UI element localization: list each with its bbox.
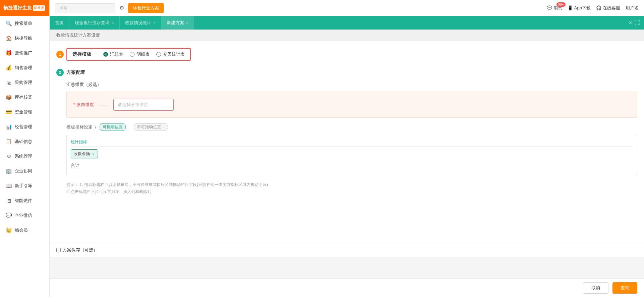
close-window-icon[interactable]: ×	[629, 20, 632, 26]
dimension-row: * 纵向维度 —— 请选择分组维度	[73, 99, 630, 111]
window-controls: ×⛶	[625, 16, 644, 30]
nav-icon-inventory: 📦	[5, 94, 12, 101]
nav-label-finance: 资金管理	[15, 109, 32, 115]
tab-close-new-plan[interactable]: ×	[186, 20, 189, 25]
sidebar-item-member[interactable]: 👑畅会员	[0, 223, 49, 238]
service-label: 在线客服	[603, 5, 620, 11]
sidebar-item-wechat[interactable]: 💬企业微信	[0, 208, 49, 223]
maximize-window-icon[interactable]: ⛶	[635, 20, 640, 26]
radio-detail[interactable]	[130, 52, 135, 57]
nav-icon-search-menu: 🔍	[5, 20, 12, 27]
step2-section: 2 方案配置 汇总维度（必选） * 纵向维度 —— 请选择分组维度	[56, 69, 637, 195]
page-footer: 方案保存（可选）	[50, 243, 644, 257]
nav-icon-basic-info: 📋	[5, 138, 12, 145]
cancel-button[interactable]: 取消	[583, 282, 608, 294]
dimension-box: * 纵向维度 —— 请选择分组维度	[66, 92, 637, 118]
tab-label-bank-flow: 现金银行流水查询	[75, 20, 110, 26]
action-bar: 取消 查询	[50, 279, 644, 297]
template-detail[interactable]: 明细表	[130, 51, 150, 57]
stats-label: 统计指标	[71, 139, 633, 147]
tab-bank-flow[interactable]: 现金银行流水查询×	[69, 16, 120, 30]
message-icon: 💬	[547, 5, 552, 10]
sidebar-item-operation[interactable]: 📊经营管理	[0, 119, 49, 134]
summary-label: 汇总表	[110, 51, 123, 57]
draggable-badge: 可拖动位置	[100, 123, 126, 131]
download-label: App下载	[574, 5, 591, 11]
sidebar-item-sales[interactable]: 💰销售管理	[0, 60, 49, 75]
radio-cross[interactable]	[156, 52, 161, 57]
tab-label-new-plan: 新建方案	[167, 20, 184, 26]
user-name: 用户名	[626, 5, 639, 11]
message-badge: 99+	[556, 2, 566, 7]
query-button[interactable]: 查询	[612, 282, 637, 294]
sidebar-item-hardware[interactable]: 🖥智能硬件	[0, 193, 49, 208]
vertical-dim-label: * 纵向维度	[73, 102, 94, 108]
metrics-area: 统计指标 收款金额 ∨ 合计	[66, 135, 637, 175]
logo-badge: 标准版	[33, 5, 45, 11]
hint-text: 提示： 1. 拖动标题栏可以调整布局，不可跨维度或指标区域拖动栏目字段(只能在同…	[66, 182, 637, 195]
nav-icon-guide: 📖	[5, 183, 12, 189]
sidebar-item-inventory[interactable]: 📦库存核算	[0, 90, 49, 105]
nav-label-marketing: 营销推广	[15, 50, 32, 56]
tab-close-bank-flow[interactable]: ×	[112, 20, 114, 25]
nav-label-operation: 经营管理	[15, 124, 32, 130]
nav-icon-finance: 💳	[5, 109, 12, 115]
nav-icon-hardware: 🖥	[5, 197, 12, 204]
online-service-btn[interactable]: 🎧 在线客服	[596, 5, 620, 11]
step2-badge: 2	[56, 69, 64, 76]
logo-text: 畅捷通好生意	[3, 5, 32, 11]
tab-home[interactable]: 首页	[50, 16, 69, 30]
detail-label: 明细表	[137, 51, 150, 57]
nav-label-purchase: 采购管理	[15, 80, 32, 86]
user-info[interactable]: 用户名	[626, 5, 639, 11]
nav-icon-purchase: 🛍	[5, 79, 12, 86]
sidebar: 畅捷通好生意 标准版 🔍搜索菜单🏠快捷导航🎁营销推广💰销售管理🛍采购管理📦库存核…	[0, 0, 50, 297]
tab-close-collection-stats[interactable]: ×	[153, 20, 156, 25]
sidebar-item-finance[interactable]: 💳资金管理	[0, 105, 49, 119]
dimension-arrow: ——	[99, 102, 108, 107]
nav-label-quick-nav: 快捷导航	[15, 35, 32, 41]
tab-collection-stats[interactable]: 收款情况统计×	[120, 16, 161, 30]
nav-icon-system: ⚙	[5, 153, 12, 160]
sidebar-item-purchase[interactable]: 🛍采购管理	[0, 75, 49, 90]
save-checkbox-input[interactable]	[56, 248, 61, 252]
sidebar-item-enterprise[interactable]: 🏢企业协同	[0, 164, 49, 179]
nav-label-sales: 销售管理	[15, 65, 32, 71]
sidebar-item-marketing[interactable]: 🎁营销推广	[0, 46, 49, 60]
tab-label-collection-stats: 收款情况统计	[125, 20, 151, 26]
metric-tag-label: 收款金额	[74, 151, 90, 157]
step1-header: 1 选择模板 汇总表 明细表 交叉统计表	[56, 48, 637, 61]
template-cross[interactable]: 交叉统计表	[156, 51, 185, 57]
settings-icon[interactable]: ⚙	[119, 5, 124, 11]
sidebar-item-system[interactable]: ⚙系统管理	[0, 149, 49, 164]
sidebar-item-basic-info[interactable]: 📋基础信息	[0, 134, 49, 149]
sidebar-item-search-menu[interactable]: 🔍搜索菜单	[0, 16, 49, 31]
tab-bar: 首页现金银行流水查询×收款情况统计×新建方案××⛶	[50, 16, 644, 30]
metric-dropdown-arrow[interactable]: ∨	[92, 152, 95, 156]
nav-icon-quick-nav: 🏠	[5, 35, 12, 42]
sidebar-item-quick-nav[interactable]: 🏠快捷导航	[0, 31, 49, 46]
industry-btn[interactable]: 体验行业方案	[128, 3, 164, 13]
nav-label-search-menu: 搜索菜单	[15, 20, 32, 27]
dimension-select[interactable]: 请选择分组维度	[113, 99, 174, 111]
page-body: 1 选择模板 汇总表 明细表 交叉统计表	[50, 41, 644, 243]
metric-total: 合计	[71, 161, 633, 170]
dimension-section-label: 汇总维度（必选）	[66, 82, 637, 88]
nav-label-inventory: 库存核算	[15, 94, 32, 100]
sidebar-item-guide[interactable]: 📖新手引导	[0, 179, 49, 193]
template-summary[interactable]: 汇总表	[103, 51, 123, 57]
main-area: 搜索 ⚙ 体验行业方案 💬 消息 99+ 📱 App下载 🎧 在线客服 用户名 …	[50, 0, 644, 297]
tab-new-plan[interactable]: 新建方案×	[161, 16, 194, 30]
app-download-btn[interactable]: 📱 App下载	[568, 5, 591, 11]
radio-summary[interactable]	[103, 52, 108, 57]
nav-label-enterprise: 企业协同	[15, 168, 32, 174]
metrics-header: 模板指标设定（ 可拖动位置 不可拖动位置）	[66, 123, 637, 131]
sidebar-nav: 🔍搜索菜单🏠快捷导航🎁营销推广💰销售管理🛍采购管理📦库存核算💳资金管理📊经营管理…	[0, 16, 49, 297]
message-btn[interactable]: 💬 消息 99+	[547, 5, 562, 11]
step1-title: 选择模板	[72, 51, 91, 57]
save-plan-checkbox[interactable]: 方案保存（可选）	[56, 247, 98, 253]
metric-tag[interactable]: 收款金额 ∨	[71, 149, 98, 158]
hint-line2: 2. 点击标题栏下拉可设置排序、插入列和删除列	[66, 189, 637, 195]
search-box[interactable]: 搜索	[55, 3, 115, 12]
nav-label-member: 畅会员	[15, 227, 28, 233]
